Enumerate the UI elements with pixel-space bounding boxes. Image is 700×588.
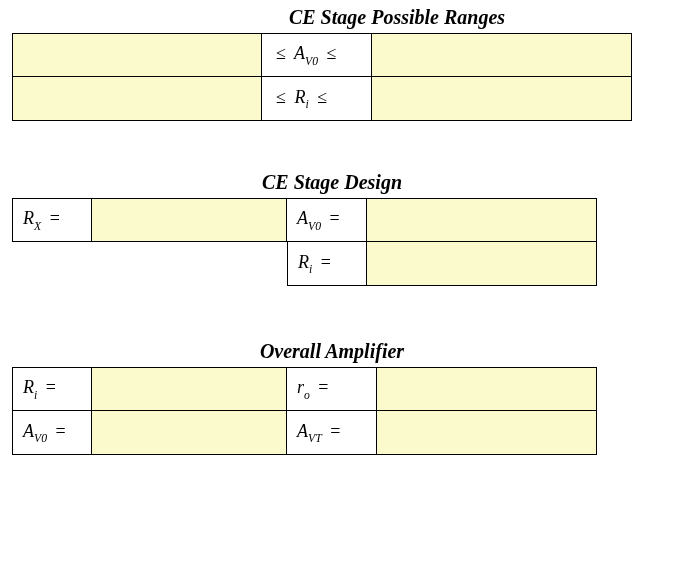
design-row-1: RX = AV0 =	[12, 198, 652, 242]
section1-title: CE Stage Possible Ranges	[162, 6, 632, 29]
design-row-2: Ri =	[287, 242, 652, 286]
overall-av0-input[interactable]	[92, 411, 287, 455]
design-av0-input[interactable]	[367, 198, 597, 242]
rx-label: RX =	[12, 198, 92, 242]
ce-stage-possible-ranges-section: CE Stage Possible Ranges ≤ AV0 ≤ ≤ Ri ≤	[12, 6, 632, 121]
overall-amplifier-section: Overall Amplifier Ri = ro = AV0 = AVT =	[12, 340, 652, 455]
overall-avt-input[interactable]	[377, 411, 597, 455]
overall-ri-input[interactable]	[92, 367, 287, 411]
ri-lower-input[interactable]	[12, 77, 262, 121]
overall-ro-input[interactable]	[377, 367, 597, 411]
av0-lower-input[interactable]	[12, 33, 262, 77]
rx-input[interactable]	[92, 198, 287, 242]
range-row-ri: ≤ Ri ≤	[12, 77, 632, 121]
overall-avt-label: AVT =	[287, 411, 377, 455]
section3-title: Overall Amplifier	[12, 340, 652, 363]
overall-ro-label: ro =	[287, 367, 377, 411]
ri-range-label: ≤ Ri ≤	[262, 77, 372, 121]
design-ri-input[interactable]	[367, 242, 597, 286]
overall-ri-label: Ri =	[12, 367, 92, 411]
design-ri-label: Ri =	[287, 242, 367, 286]
range-row-av0: ≤ AV0 ≤	[12, 33, 632, 77]
ri-upper-input[interactable]	[372, 77, 632, 121]
design-av0-label: AV0 =	[287, 198, 367, 242]
overall-row-1: Ri = ro =	[12, 367, 652, 411]
av0-upper-input[interactable]	[372, 33, 632, 77]
overall-row-2: AV0 = AVT =	[12, 411, 652, 455]
overall-av0-label: AV0 =	[12, 411, 92, 455]
ce-stage-design-section: CE Stage Design RX = AV0 = Ri =	[12, 171, 652, 286]
av0-range-label: ≤ AV0 ≤	[262, 33, 372, 77]
section2-title: CE Stage Design	[12, 171, 652, 194]
